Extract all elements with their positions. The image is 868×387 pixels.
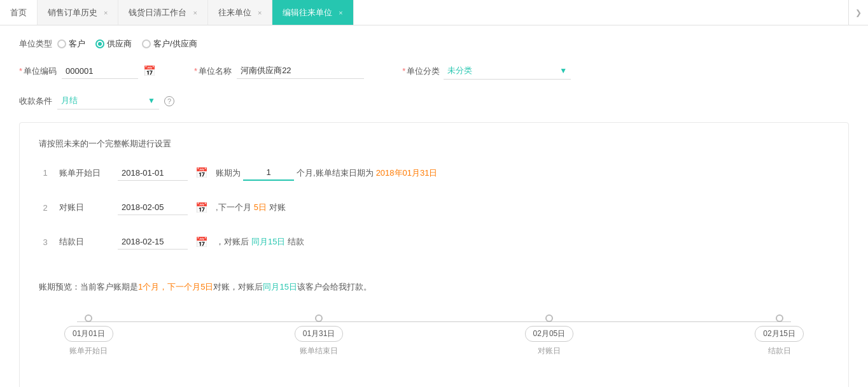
row3-num: 3 [39, 237, 52, 247]
row2-highlight: 5日 [254, 202, 267, 213]
node-badge-2: 02月05日 [525, 326, 574, 342]
account-start-row: 1 账单开始日 📅 账期为 个月,账单结束日期为 2018年01月31日 [39, 165, 829, 181]
payment-date-input[interactable] [118, 234, 188, 250]
tab-sales-history[interactable]: 销售订单历史 × [38, 0, 118, 25]
unit-info-row: *单位编码 📅 *单位名称 *单位分类 未分类 ▼ [19, 62, 849, 80]
tab-cash-work[interactable]: 钱货日清工作台 × [118, 0, 207, 25]
node-label-2: 对账日 [538, 346, 561, 356]
payment-terms-label: 收款条件 [19, 95, 52, 107]
unit-name-field: *单位名称 [194, 64, 364, 79]
row1-label: 账单开始日 [59, 167, 110, 179]
preview-part4: 同月15日 [263, 282, 297, 292]
payment-terms-row: 收款条件 月结 ▼ ? [19, 92, 849, 109]
row2-calendar-icon[interactable]: 📅 [195, 202, 208, 214]
tab-edit-partner-close[interactable]: × [339, 9, 342, 17]
row2-label: 对账日 [59, 202, 110, 213]
radio-both-circle [142, 39, 151, 48]
payment-terms-arrow-icon: ▼ [148, 96, 155, 105]
preview-part5: 该客户会给我打款。 [297, 282, 372, 292]
node-label-3: 结款日 [768, 346, 791, 356]
radio-supplier[interactable]: 供应商 [95, 38, 132, 50]
tab-home[interactable]: 首页 [0, 0, 38, 25]
reconcile-row: 2 对账日 📅 ,下一个月5日对账 [39, 200, 829, 215]
card-title: 请按照未来的一个完整帐期进行设置 [39, 138, 829, 150]
period-value-input[interactable] [243, 165, 294, 181]
unit-name-required: * [194, 66, 197, 76]
tab-sales-history-label: 销售订单历史 [48, 7, 97, 18]
tab-partner[interactable]: 往来单位 × [208, 0, 272, 25]
radio-both[interactable]: 客户/供应商 [142, 38, 197, 50]
tab-bar: 首页 销售订单历史 × 钱货日清工作台 × 往来单位 × 编辑往来单位 × ❯ [0, 0, 868, 25]
unit-category-field: *单位分类 未分类 ▼ [402, 62, 571, 80]
node-badge-1: 01月31日 [295, 326, 344, 342]
row2-desc-pre: ,下一个月 [216, 202, 251, 213]
preview-part1: 1个月， [138, 282, 167, 292]
row1-num: 1 [39, 168, 52, 178]
unit-code-required: * [19, 66, 22, 76]
unit-code-label: *单位编码 [19, 66, 57, 77]
timeline-node-0: 01月01日 账单开始日 [64, 314, 113, 356]
unit-type-label: 单位类型 [19, 38, 52, 50]
radio-supplier-circle [95, 39, 104, 48]
payment-terms-field: 收款条件 月结 ▼ ? [19, 92, 174, 109]
unit-category-required: * [402, 66, 405, 76]
timeline-node-2: 02月05日 对账日 [525, 314, 574, 356]
tab-edit-partner[interactable]: 编辑往来单位 × [272, 0, 353, 25]
radio-customer-label: 客户 [69, 38, 85, 50]
node-label-0: 账单开始日 [69, 346, 108, 356]
row2-desc-post: 对账 [269, 202, 286, 213]
main-content: 单位类型 客户 供应商 客户/供应商 *单位编码 [0, 25, 868, 387]
timeline-nodes: 01月01日 账单开始日 01月31日 账单结束日 02月05日 对账日 [64, 314, 804, 356]
tab-partner-close[interactable]: × [258, 9, 262, 17]
row3-label: 结款日 [59, 236, 110, 248]
tab-home-label: 首页 [10, 7, 27, 18]
node-circle-3 [776, 314, 783, 322]
node-circle-0 [85, 314, 92, 322]
tab-sales-history-close[interactable]: × [104, 9, 108, 17]
tab-cash-work-label: 钱货日清工作台 [129, 7, 186, 18]
period-card: 请按照未来的一个完整帐期进行设置 1 账单开始日 📅 账期为 个月,账单结束日期… [19, 122, 849, 387]
preview-text: 账期预览：当前客户账期是1个月，下一个月5日对账，对账后同月15日该客户会给我打… [39, 281, 829, 293]
row1-period-post: 个月,账单结束日期为 [297, 167, 374, 179]
node-badge-0: 01月01日 [64, 326, 113, 342]
row2-num: 2 [39, 203, 52, 213]
tab-edit-partner-label: 编辑往来单位 [283, 7, 332, 18]
row1-calendar-icon[interactable]: 📅 [195, 167, 208, 179]
row3-desc-post: 结款 [288, 236, 304, 248]
node-circle-2 [545, 314, 553, 322]
account-start-date-input[interactable] [118, 165, 188, 181]
node-label-1: 账单结束日 [300, 346, 338, 356]
row1-period-pre: 账期为 [216, 167, 241, 179]
preview-part2: 下一个月5日 [167, 282, 213, 292]
preview-part3: 对账，对账后 [213, 282, 263, 292]
payment-terms-help-icon[interactable]: ? [164, 96, 174, 106]
node-circle-1 [315, 314, 323, 322]
payment-terms-select[interactable]: 月结 ▼ [57, 92, 159, 109]
unit-code-field: *单位编码 📅 [19, 64, 156, 79]
tab-more-arrow[interactable]: ❯ [848, 0, 868, 25]
unit-code-icon[interactable]: 📅 [143, 65, 156, 77]
unit-category-label: *单位分类 [402, 66, 440, 77]
radio-supplier-label: 供应商 [107, 38, 132, 50]
timeline-node-3: 02月15日 结款日 [755, 314, 804, 356]
radio-customer[interactable]: 客户 [57, 38, 85, 50]
timeline-node-1: 01月31日 账单结束日 [295, 314, 344, 356]
tab-cash-work-close[interactable]: × [193, 9, 197, 17]
payment-terms-value: 月结 [61, 95, 148, 106]
reconcile-date-input[interactable] [118, 200, 188, 215]
preview-label: 账期预览：当前客户账期是 [39, 282, 138, 292]
tab-partner-label: 往来单位 [218, 7, 251, 18]
row3-desc: ，对账后同月15日结款 [216, 236, 304, 248]
timeline-wrapper: 01月01日 账单开始日 01月31日 账单结束日 02月05日 对账日 [39, 308, 829, 376]
row2-desc: ,下一个月5日对账 [216, 202, 286, 213]
unit-name-label: *单位名称 [194, 66, 232, 77]
unit-category-value: 未分类 [447, 65, 559, 76]
unit-type-row: 单位类型 客户 供应商 客户/供应商 [19, 38, 849, 50]
row3-highlight: 同月15日 [251, 236, 285, 248]
unit-type-field: 单位类型 客户 供应商 客户/供应商 [19, 38, 197, 50]
row3-calendar-icon[interactable]: 📅 [195, 236, 208, 248]
radio-both-label: 客户/供应商 [153, 38, 197, 50]
unit-name-input[interactable] [237, 64, 364, 79]
unit-code-input[interactable] [62, 64, 138, 79]
unit-category-select[interactable]: 未分类 ▼ [444, 62, 571, 80]
